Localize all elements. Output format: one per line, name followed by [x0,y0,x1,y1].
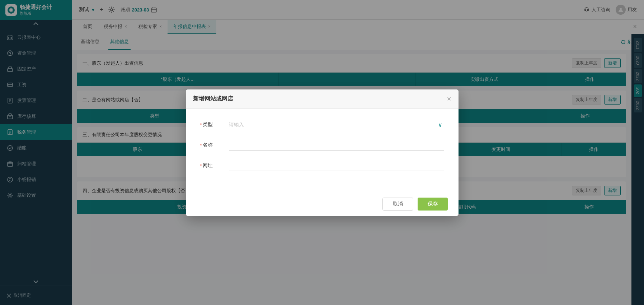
save-btn[interactable]: 保存 [418,198,448,211]
name-label: * 名称 [200,142,229,148]
url-required: * [200,163,202,168]
add-website-dialog: 新增网站或网店 × * 类型 ∨ * 名称 [186,89,459,216]
url-field [229,161,444,171]
form-row-url: * 网址 [200,161,444,171]
form-row-name: * 名称 [200,140,444,151]
dialog-header: 新增网站或网店 × [186,89,459,109]
url-label: * 网址 [200,162,229,169]
dialog-overlay[interactable]: 新增网站或网店 × * 类型 ∨ * 名称 [0,0,644,305]
url-input[interactable] [229,161,444,171]
name-required: * [200,143,202,148]
type-field: ∨ [229,120,444,130]
dialog-body: * 类型 ∨ * 名称 * [186,109,459,192]
type-input[interactable] [229,120,444,130]
name-input[interactable] [229,140,444,151]
name-field [229,140,444,151]
dialog-title: 新增网站或网店 [193,95,233,103]
cancel-btn[interactable]: 取消 [382,198,413,211]
type-dropdown-icon[interactable]: ∨ [438,121,442,128]
dialog-footer: 取消 保存 [186,192,459,216]
type-label: * 类型 [200,121,229,128]
type-required: * [200,122,202,128]
dialog-close-btn[interactable]: × [447,95,451,102]
form-row-type: * 类型 ∨ [200,120,444,130]
